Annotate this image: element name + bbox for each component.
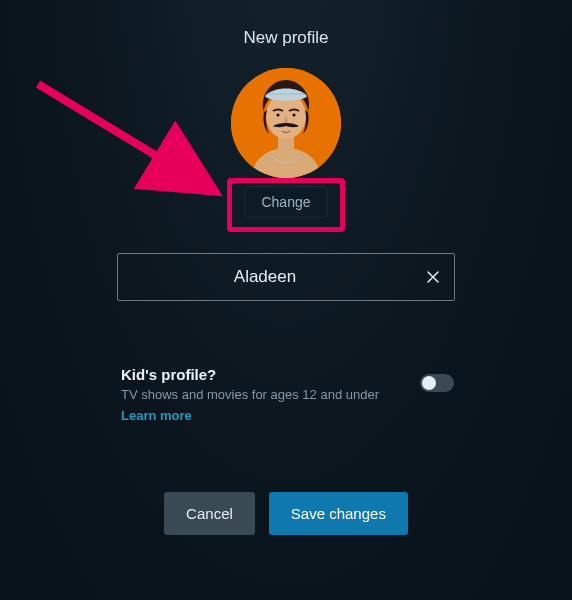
save-changes-button[interactable]: Save changes — [269, 492, 408, 535]
close-icon — [427, 271, 439, 283]
change-avatar-button[interactable]: Change — [244, 186, 327, 218]
cancel-button[interactable]: Cancel — [164, 492, 255, 535]
toggle-knob — [422, 376, 436, 390]
avatar[interactable] — [231, 68, 341, 178]
avatar-image — [231, 68, 341, 178]
clear-name-button[interactable] — [412, 254, 454, 300]
annotation-arrow — [28, 74, 238, 214]
profile-name-field[interactable] — [117, 253, 455, 301]
svg-point-3 — [276, 113, 279, 116]
svg-point-4 — [292, 113, 295, 116]
page-title: New profile — [0, 28, 572, 48]
kids-profile-label: Kid's profile? — [121, 366, 457, 383]
profile-name-input[interactable] — [118, 267, 412, 287]
kids-profile-toggle[interactable] — [420, 374, 454, 392]
learn-more-link[interactable]: Learn more — [121, 408, 192, 423]
kids-profile-subtitle: TV shows and movies for ages 12 and unde… — [121, 387, 457, 402]
svg-line-5 — [38, 84, 216, 192]
